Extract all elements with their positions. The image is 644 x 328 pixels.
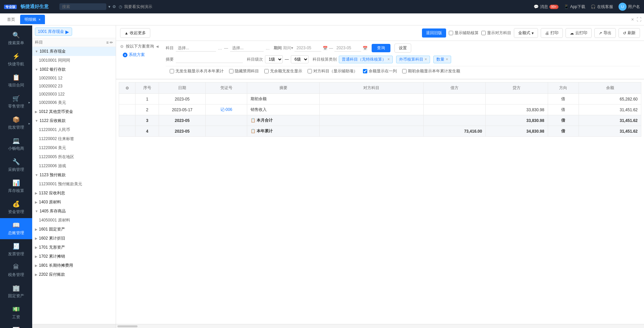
tree-item-1123[interactable]: ▼ 1123 预付账款 [32, 171, 116, 180]
back-old-btn[interactable]: 退回旧版 [422, 28, 446, 38]
tab-close-all-icon[interactable]: × [631, 17, 634, 22]
tree-item-1012[interactable]: ▶ 1012 其他货币资金 [32, 107, 116, 116]
tree-item-2202[interactable]: ▶ 2202 应付账款 [32, 270, 116, 279]
checkbox-no-balance[interactable]: 无余额无发生显示 [264, 68, 302, 74]
tree-item-10020002[interactable]: 10020002 23 [32, 82, 116, 90]
sidebar-item-invoice[interactable]: 🧾 发票管理 [0, 239, 32, 260]
tab-ledger-close[interactable]: × [39, 18, 41, 21]
message-item[interactable]: 💬 消息 99+ [534, 4, 558, 10]
collapse-more-btn[interactable]: ▲ 收起更多 [120, 28, 150, 38]
row3-settings[interactable] [119, 115, 136, 126]
print-btn[interactable]: 🖨 打印 [541, 28, 563, 38]
sidebar-item-ecommerce[interactable]: 💻 小畅电商 [0, 134, 32, 155]
summary-input[interactable] [176, 56, 243, 63]
filter-icon[interactable]: ⚙ [120, 44, 124, 49]
subject-filter-input[interactable] [176, 45, 216, 52]
period-calendar-start[interactable]: 📅 [323, 46, 328, 51]
calc-tag-forex-remove[interactable]: × [425, 57, 427, 62]
sidebar-item-purchase[interactable]: 🔧 采购管理 [0, 155, 32, 176]
checkbox-no-balance-input[interactable] [264, 69, 269, 73]
show-aux-input[interactable] [449, 31, 453, 35]
period-type-toggle[interactable]: 期间▾ [283, 45, 293, 51]
sidebar-item-retail[interactable]: 🛒 零售管理 ▸ [0, 91, 32, 113]
sidebar-item-salary[interactable]: 💵 工资 [0, 302, 32, 323]
sidebar-item-project[interactable]: 📋 项目合同 [0, 70, 32, 91]
checkbox-no-amount[interactable]: 无发生额显示本月本年累计 [170, 68, 224, 74]
checkbox-contra-input[interactable] [308, 69, 312, 73]
tree-item-10020006[interactable]: 10020006 美元 [32, 98, 116, 107]
tree-item-10010001[interactable]: 10010001 同同同 [32, 56, 116, 65]
tree-item-1132[interactable]: ▶ 1132 应收利息 [32, 189, 116, 198]
setting-btn[interactable]: 设置 [394, 44, 411, 53]
tree-item-1702[interactable]: ▶ 1702 累计摊销 [32, 252, 116, 261]
checkbox-balance-col[interactable]: 余额显示在一列 [363, 68, 397, 74]
row4-settings[interactable] [119, 126, 136, 137]
row2-voucher[interactable]: 记-006 [206, 105, 247, 115]
subject-end-more-icon[interactable]: … [266, 46, 270, 51]
show-contra-input[interactable] [481, 31, 486, 35]
checkbox-contra[interactable]: 对方科目（显示辅助项） [308, 68, 358, 74]
app-download-item[interactable]: 📱 App下载 [564, 4, 585, 10]
tree-item-11220004[interactable]: 11220004 美元 [32, 143, 116, 152]
settings-icon[interactable]: ⚙ [112, 4, 116, 9]
tree-item-14050001[interactable]: 14050001 原材料 [32, 216, 116, 225]
calc-tag-normal[interactable]: 普通科目（无特殊核算） × [339, 56, 393, 63]
row2-settings[interactable] [119, 105, 136, 115]
demo-link[interactable]: ◷ 我要看实例演示 [119, 4, 152, 10]
top-search-input[interactable] [59, 3, 106, 10]
nav-right-arrow[interactable]: ▶ [65, 29, 69, 35]
tree-item-1001[interactable]: ▼ 1001 库存现金 [32, 47, 116, 56]
sidebar-item-search[interactable]: 🔍 搜索菜单 [0, 28, 32, 49]
dropdown-icon[interactable]: ▾ [108, 4, 110, 9]
cloud-print-btn[interactable]: ☁ 云打印 [566, 28, 592, 38]
sidebar-item-tax[interactable]: 🏛 税务管理 [0, 260, 32, 281]
tree-item-1122[interactable]: ▼ 1122 应收账款 [32, 116, 116, 125]
period-start-input[interactable] [294, 45, 321, 52]
level-end-select[interactable]: 6级1级2级3级4级5级 [291, 55, 309, 63]
show-aux-checkbox[interactable]: 显示辅助核算 [449, 30, 479, 36]
checkbox-hide-disabled[interactable]: 隐藏禁用科目 [229, 68, 259, 74]
subject-more-icon[interactable]: … [218, 46, 222, 51]
tab-home[interactable]: 首页 [3, 15, 19, 24]
checkbox-balance-col-input[interactable] [363, 69, 367, 73]
tree-item-10020003[interactable]: 10020003 122 [32, 90, 116, 98]
tree-item-1602[interactable]: ▶ 1602 累计折旧 [32, 234, 116, 243]
tree-item-1405[interactable]: ▼ 1405 库存商品 [32, 207, 116, 216]
th-settings[interactable]: ⚙ [119, 82, 136, 94]
online-service-item[interactable]: 🎧 在线客服 [591, 4, 613, 10]
tree-item-1801[interactable]: ▶ 1801 长期待摊费用 [32, 261, 116, 270]
calc-tag-normal-remove[interactable]: × [387, 57, 390, 62]
sidebar-item-quicknav[interactable]: ⚡ 快捷导航 [0, 49, 32, 70]
scheme-collapse-icon[interactable]: ◀ [156, 45, 159, 48]
sidebar-item-operations[interactable]: 📈 经营管理 [0, 323, 32, 328]
tab-expand-icon[interactable]: ⛶ [637, 17, 641, 22]
sidebar-item-finance[interactable]: 💰 资金管理 [0, 197, 32, 218]
calc-tag-qty[interactable]: 数量 × [433, 56, 451, 63]
tree-item-1403[interactable]: ▶ 1403 原材料 [32, 198, 116, 207]
export-btn[interactable]: ↗ 导出 [594, 28, 616, 38]
selected-subject[interactable]: 1001 库存现金 ▶ [35, 27, 72, 36]
tree-item-11230001[interactable]: 11230001 预付账款美元 [32, 180, 116, 189]
calc-tag-qty-remove[interactable]: × [446, 57, 448, 62]
tree-item-10020001[interactable]: 10020001 12 [32, 74, 116, 82]
level-start-select[interactable]: 1级2级3级4级5级6级 [265, 55, 283, 63]
system-scheme-item[interactable]: ● 系统方案 [120, 51, 160, 59]
horizontal-scrollbar[interactable] [116, 324, 644, 328]
checkbox-opening-input[interactable] [402, 69, 407, 73]
tree-item-11220005[interactable]: 11220005 所在地区 [32, 152, 116, 161]
user-info[interactable]: U 用户名 [619, 3, 640, 11]
list-icon[interactable]: ≡ [106, 40, 109, 45]
period-end-input[interactable] [334, 45, 361, 52]
show-contra-checkbox[interactable]: 显示对方科目 [481, 30, 511, 36]
tree-item-1701[interactable]: ▶ 1701 无形资产 [32, 243, 116, 252]
query-btn[interactable]: 查询 [372, 44, 390, 52]
checkbox-no-amount-input[interactable] [170, 69, 174, 73]
tab-ledger[interactable]: 明细账 × [20, 15, 45, 24]
sidebar-item-assets[interactable]: 🏢 固定资产 [0, 281, 32, 302]
tree-item-1002[interactable]: ▼ 1002 银行存款 [32, 65, 116, 74]
tree-item-11220006[interactable]: 11220006 游戏 [32, 161, 116, 171]
sidebar-item-inventory[interactable]: 📊 库存核算 [0, 176, 32, 197]
edit-icon[interactable]: ✏ [110, 40, 113, 45]
row2-voucher-link[interactable]: 记-006 [220, 107, 232, 112]
row1-settings[interactable] [119, 94, 136, 105]
